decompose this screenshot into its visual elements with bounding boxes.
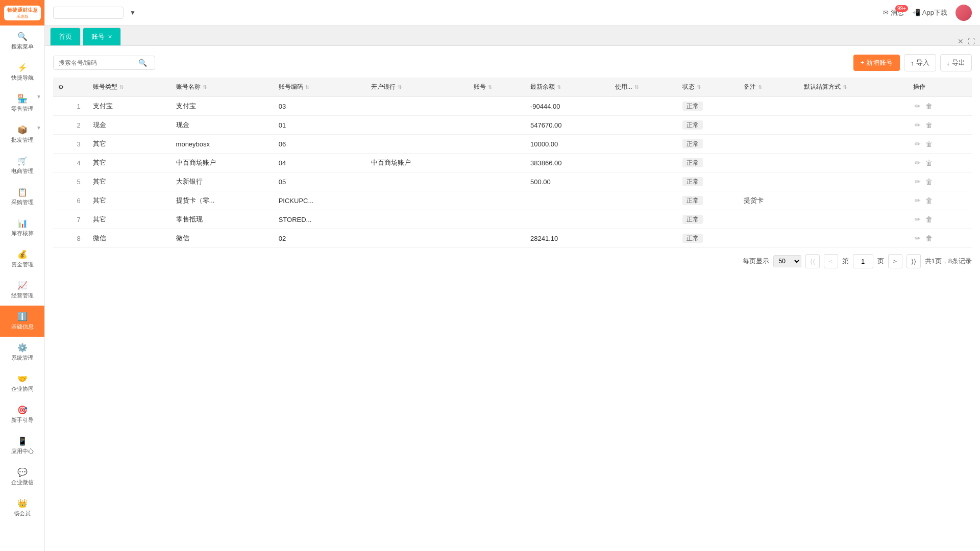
col-status[interactable]: 状态⇅ <box>678 78 740 97</box>
row-expand <box>53 191 68 210</box>
edit-button[interactable]: ✏ <box>913 215 922 223</box>
next-page-button[interactable]: ＞ <box>888 254 902 268</box>
accounts-table: ⚙ 账号类型⇅ 账号名称⇅ 账号编码⇅ 开户银行⇅ 账号⇅ 最新余额⇅ 使用..… <box>53 78 972 248</box>
sidebar-label-quick: 快捷导航 <box>11 74 34 82</box>
topbar-search-box[interactable] <box>53 7 124 19</box>
sidebar-item-agreement[interactable]: 🤝 企业协同 <box>0 368 44 399</box>
add-account-button[interactable]: + 新增账号 <box>853 55 900 71</box>
delete-button[interactable]: 🗑 <box>924 102 934 110</box>
delete-button[interactable]: 🗑 <box>924 159 934 167</box>
row-code: 03 <box>275 97 367 116</box>
col-bank[interactable]: 开户银行⇅ <box>367 78 470 97</box>
sidebar-item-operation[interactable]: 📈 经营管理 <box>0 274 44 306</box>
row-account <box>470 97 526 116</box>
row-type: 其它 <box>89 191 172 210</box>
sidebar-item-wholesale[interactable]: 📦 批发管理 ▼ <box>0 119 44 150</box>
col-code[interactable]: 账号编码⇅ <box>275 78 367 97</box>
row-remark <box>740 97 800 116</box>
sidebar-item-ecommerce[interactable]: 🛒 电商管理 <box>0 150 44 181</box>
topbar-app-download[interactable]: 📲 App下载 <box>912 8 947 17</box>
topbar: ▼ ✉ 消息 99+ 📲 App下载 <box>45 0 980 26</box>
row-expand <box>53 135 68 154</box>
search-icon: 🔍 <box>138 59 147 67</box>
row-status: 正常 <box>678 154 740 172</box>
column-settings-icon[interactable]: ⚙ <box>58 84 64 91</box>
col-type[interactable]: 账号类型⇅ <box>89 78 172 97</box>
edit-button[interactable]: ✏ <box>913 234 922 242</box>
row-balance: 547670.00 <box>526 116 611 135</box>
sidebar-item-member[interactable]: 👑 畅会员 <box>0 492 44 523</box>
row-default-payment <box>800 229 909 248</box>
sidebar-item-quick[interactable]: ⚡ 快捷导航 <box>0 57 44 88</box>
delete-button[interactable]: 🗑 <box>924 121 934 129</box>
sidebar-item-inventory[interactable]: 📊 库存核算 <box>0 212 44 243</box>
retail-icon: 🏪 <box>17 94 28 104</box>
edit-button[interactable]: ✏ <box>913 178 922 186</box>
delete-button[interactable]: 🗑 <box>924 140 934 148</box>
col-balance[interactable]: 最新余额⇅ <box>526 78 611 97</box>
page-number-input[interactable] <box>853 254 873 268</box>
col-usage[interactable]: 使用...⇅ <box>611 78 679 97</box>
col-remark[interactable]: 备注⇅ <box>740 78 800 97</box>
sidebar-item-retail[interactable]: 🏪 零售管理 ▼ <box>0 88 44 119</box>
topbar-message[interactable]: ✉ 消息 99+ <box>883 8 904 17</box>
sidebar-item-purchase[interactable]: 📋 采购管理 <box>0 181 44 212</box>
row-actions: ✏ 🗑 <box>909 154 972 172</box>
account-search-input[interactable] <box>59 59 135 66</box>
user-avatar[interactable] <box>955 5 972 21</box>
tab-home[interactable]: 首页 <box>50 28 81 45</box>
col-account[interactable]: 账号⇅ <box>470 78 526 97</box>
export-button[interactable]: ↓ 导出 <box>940 54 972 71</box>
row-num: 5 <box>68 172 89 191</box>
import-button[interactable]: ↑ 导入 <box>904 54 936 71</box>
edit-button[interactable]: ✏ <box>913 140 922 148</box>
edit-button[interactable]: ✏ <box>913 196 922 205</box>
purchase-icon: 📋 <box>17 187 28 197</box>
row-type: 支付宝 <box>89 97 172 116</box>
sidebar-label-retail: 零售管理 <box>11 105 34 113</box>
prev-page-button[interactable]: ＜ <box>824 254 838 268</box>
row-bank <box>367 116 470 135</box>
row-expand <box>53 229 68 248</box>
row-status: 正常 <box>678 116 740 135</box>
delete-button[interactable]: 🗑 <box>924 178 934 186</box>
col-default-payment[interactable]: 默认结算方式⇅ <box>800 78 909 97</box>
tab-close-all-icon[interactable]: ✕ <box>958 37 964 45</box>
edit-button[interactable]: ✏ <box>913 121 922 129</box>
sidebar-item-wechat[interactable]: 💬 企业微信 <box>0 461 44 492</box>
col-name[interactable]: 账号名称⇅ <box>172 78 275 97</box>
sidebar-item-finance[interactable]: 💰 资金管理 <box>0 243 44 274</box>
sidebar-item-guide[interactable]: 🎯 新手引导 <box>0 399 44 430</box>
sidebar-logo: 畅捷通财生意 乐惠版 <box>0 0 44 26</box>
row-default-payment <box>800 97 909 116</box>
sidebar-label-purchase: 采购管理 <box>11 198 34 206</box>
tab-maximize-icon[interactable]: ⛶ <box>968 37 975 45</box>
first-page-button[interactable]: ⟨⟨ <box>805 254 820 268</box>
row-usage <box>611 97 679 116</box>
tab-close-icon[interactable]: ✕ <box>108 34 112 40</box>
sidebar-label-inventory: 库存核算 <box>11 230 34 237</box>
sidebar-item-appcenter[interactable]: 📱 应用中心 <box>0 430 44 461</box>
import-icon: ↑ <box>911 59 914 67</box>
sidebar-label-wechat: 企业微信 <box>11 479 34 486</box>
delete-button[interactable]: 🗑 <box>924 234 934 242</box>
tab-account[interactable]: 账号 ✕ <box>83 28 121 45</box>
chevron-down-icon2: ▼ <box>36 125 41 131</box>
topbar-search-input[interactable] <box>58 9 119 16</box>
sidebar-item-search[interactable]: 🔍 搜索菜单 <box>0 26 44 57</box>
sidebar-item-system[interactable]: ⚙️ 系统管理 <box>0 337 44 368</box>
row-default-payment <box>800 154 909 172</box>
row-name: 零售抵现 <box>172 210 275 229</box>
sidebar-item-basic[interactable]: ℹ️ 基础信息 <box>0 306 44 337</box>
dropdown-arrow-icon: ▼ <box>130 9 136 16</box>
delete-button[interactable]: 🗑 <box>924 196 934 205</box>
edit-button[interactable]: ✏ <box>913 102 922 110</box>
per-page-select[interactable]: 50 10 20 100 <box>773 255 801 267</box>
account-search-box[interactable]: 🔍 <box>53 56 155 70</box>
delete-button[interactable]: 🗑 <box>924 215 934 223</box>
row-code: 04 <box>275 154 367 172</box>
last-page-button[interactable]: ⟩⟩ <box>906 254 921 268</box>
edit-button[interactable]: ✏ <box>913 159 922 167</box>
col-settings[interactable]: ⚙ <box>53 78 68 97</box>
topbar-dropdown[interactable]: ▼ <box>130 9 136 16</box>
